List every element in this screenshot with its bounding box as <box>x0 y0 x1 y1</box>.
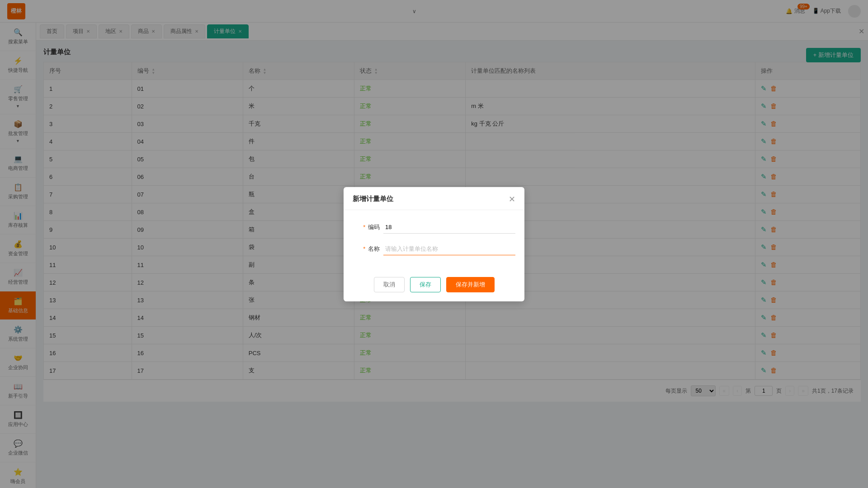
modal-title: 新增计量单位 <box>353 195 393 203</box>
code-required-mark: * <box>363 224 365 230</box>
code-label: * 编码 <box>353 223 380 231</box>
name-form-row: * 名称 <box>353 243 515 255</box>
save-btn[interactable]: 保存 <box>410 277 441 292</box>
modal-footer: 取消 保存 保存并新增 <box>344 272 524 301</box>
modal-body: * 编码 * 名称 <box>344 210 524 272</box>
name-required-mark: * <box>363 245 365 252</box>
name-input[interactable] <box>383 243 515 255</box>
code-input[interactable] <box>383 221 515 234</box>
cancel-btn[interactable]: 取消 <box>374 277 405 292</box>
code-form-row: * 编码 <box>353 221 515 234</box>
add-unit-modal: 新增计量单位 ✕ * 编码 * 名称 取消 保存 保存并新增 <box>344 187 524 301</box>
modal-header: 新增计量单位 ✕ <box>344 187 524 210</box>
modal-overlay: 新增计量单位 ✕ * 编码 * 名称 取消 保存 保存并新增 <box>0 0 868 488</box>
save-and-new-btn[interactable]: 保存并新增 <box>446 277 495 292</box>
name-label: * 名称 <box>353 245 380 253</box>
modal-close-btn[interactable]: ✕ <box>509 194 515 204</box>
